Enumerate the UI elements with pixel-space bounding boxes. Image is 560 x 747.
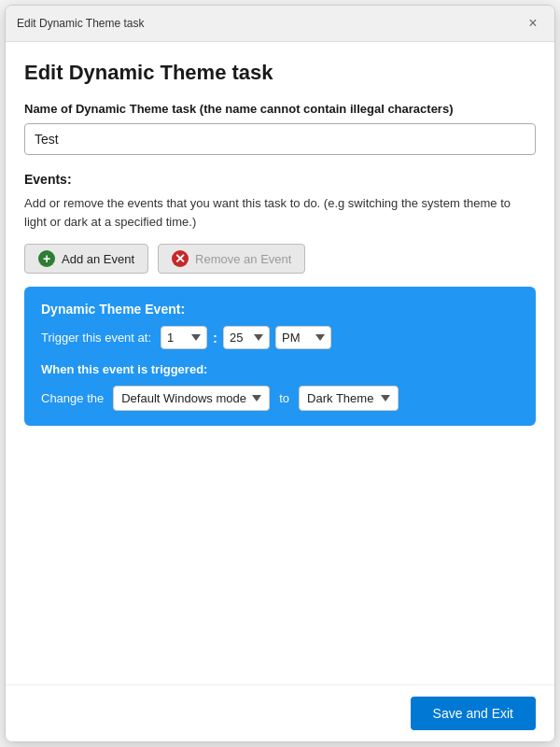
minute-select[interactable]: 00 05 10 15 20 25 30 35 40 45 50 55 bbox=[223, 326, 270, 349]
theme-select[interactable]: Dark Theme Light Theme bbox=[299, 386, 399, 411]
when-label: When this event is triggered: bbox=[41, 362, 519, 376]
trigger-label: Trigger this event at: bbox=[41, 331, 151, 345]
name-field-label: Name of Dynamic Theme task (the name can… bbox=[24, 102, 536, 116]
to-label: to bbox=[279, 391, 289, 405]
content-area: Edit Dynamic Theme task Name of Dynamic … bbox=[6, 42, 554, 684]
save-exit-button[interactable]: Save and Exit bbox=[411, 697, 536, 730]
title-bar-text: Edit Dynamic Theme task bbox=[17, 17, 145, 30]
event-action-buttons: + Add an Event ✕ Remove an Event bbox=[24, 244, 536, 274]
add-event-label: Add an Event bbox=[62, 252, 134, 266]
close-button[interactable]: × bbox=[523, 13, 543, 34]
events-description: Add or remove the events that you want t… bbox=[24, 194, 536, 231]
change-the-label: Change the bbox=[41, 391, 104, 405]
hour-select[interactable]: 1 2 3 4 5 6 7 8 9 10 11 12 bbox=[161, 326, 207, 349]
remove-event-label: Remove an Event bbox=[195, 252, 291, 266]
main-window: Edit Dynamic Theme task × Edit Dynamic T… bbox=[5, 5, 555, 742]
add-icon: + bbox=[38, 250, 55, 267]
change-row: Change the Default Windows mode App mode… bbox=[41, 386, 519, 411]
event-card-title: Dynamic Theme Event: bbox=[41, 302, 519, 317]
event-card: Dynamic Theme Event: Trigger this event … bbox=[24, 287, 536, 426]
add-event-button[interactable]: + Add an Event bbox=[24, 244, 148, 274]
title-bar: Edit Dynamic Theme task × bbox=[6, 6, 554, 42]
footer: Save and Exit bbox=[6, 684, 554, 741]
remove-event-button[interactable]: ✕ Remove an Event bbox=[158, 244, 305, 274]
page-title: Edit Dynamic Theme task bbox=[24, 61, 536, 85]
task-name-input[interactable] bbox=[24, 123, 536, 155]
remove-icon: ✕ bbox=[172, 250, 189, 267]
events-section-label: Events: bbox=[24, 172, 536, 187]
time-colon: : bbox=[213, 330, 217, 345]
mode-select[interactable]: Default Windows mode App mode Desktop wa… bbox=[113, 386, 270, 411]
trigger-row: Trigger this event at: 1 2 3 4 5 6 7 8 9… bbox=[41, 326, 519, 349]
ampm-select[interactable]: AM PM bbox=[275, 326, 331, 349]
